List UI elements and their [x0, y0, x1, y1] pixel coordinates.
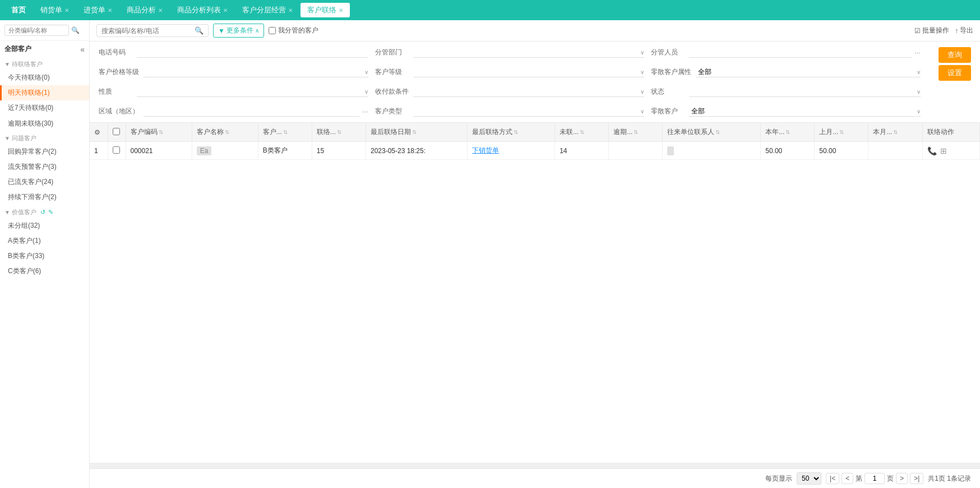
sidebar-item-continuous-decline[interactable]: 持续下滑客户(2) — [0, 190, 89, 205]
col-contact-person[interactable]: 往来单位联系人⇅ — [663, 123, 761, 142]
phone-field: 电话号码 — [99, 47, 368, 58]
nav-sales-order[interactable]: 销货单 ✕ — [34, 3, 76, 17]
retail-attr-field: 零散客户属性 全部 ∨ — [651, 67, 921, 77]
close-product-analysis-list-icon[interactable]: ✕ — [223, 7, 228, 13]
cell-checkbox — [108, 142, 126, 160]
export-button[interactable]: ↑ 导出 — [955, 26, 973, 35]
phone-action-icon[interactable]: 📞 — [927, 146, 937, 155]
per-page-select[interactable]: 50 — [797, 472, 821, 485]
close-product-analysis-icon[interactable]: ✕ — [158, 7, 163, 13]
next-page-button[interactable]: > — [896, 473, 908, 484]
customer-level-select[interactable] — [413, 67, 641, 77]
retail-select[interactable]: 全部 — [689, 106, 917, 116]
prev-page-button[interactable]: < — [842, 473, 853, 484]
nav-purchase-order[interactable]: 进货单 ✕ — [77, 3, 119, 17]
first-page-button[interactable]: |< — [826, 473, 839, 484]
col-last-contact-method[interactable]: 最后联络方式⇅ — [468, 123, 555, 142]
filter-arrow-icon: ∧ — [255, 27, 259, 34]
nav-product-analysis[interactable]: 商品分析 ✕ — [120, 3, 169, 17]
col-actions: 联络动作 — [922, 123, 979, 142]
pending-group-title: ▼ 待联络客户 — [0, 57, 89, 70]
col-customer-code[interactable]: 客户编码⇅ — [126, 123, 192, 142]
query-button[interactable]: 查询 — [939, 47, 971, 63]
dept-select[interactable] — [413, 47, 641, 57]
nav-customer-contact[interactable]: 客户联络 ✕ — [301, 3, 350, 17]
sidebar-item-repurchase-abnormal[interactable]: 回购异常客户(2) — [0, 144, 89, 159]
collapse-icon[interactable]: « — [80, 45, 85, 54]
col-settings: ⚙ — [90, 123, 108, 142]
page-input[interactable] — [865, 473, 885, 484]
retail-select-wrap: 全部 ∨ — [689, 106, 921, 117]
sidebar-item-class-b[interactable]: B类客户(33) — [0, 248, 89, 264]
sidebar-item-tomorrow[interactable]: 明天待联络(1) — [0, 85, 89, 100]
payment-select-wrap: ∨ — [413, 86, 645, 97]
person-dots-icon[interactable]: ··· — [914, 48, 921, 57]
cell-last-method: 下销货单 — [468, 142, 555, 160]
select-all-checkbox[interactable] — [113, 128, 120, 135]
close-customer-stratification-icon[interactable]: ✕ — [288, 7, 293, 13]
col-overdue[interactable]: 逾期...⇅ — [609, 123, 663, 142]
customer-type-chevron-icon: ∨ — [640, 108, 644, 114]
close-purchase-order-icon[interactable]: ✕ — [108, 7, 112, 13]
all-customers-header[interactable]: 全部客户 « — [0, 41, 89, 57]
dept-select-wrap: ∨ — [413, 47, 645, 58]
main-search-input[interactable] — [101, 27, 195, 35]
col-last-month[interactable]: 上月...⇅ — [815, 123, 868, 142]
customer-type-select-wrap: ∨ — [413, 106, 645, 117]
cell-overdue — [609, 142, 663, 160]
my-customers-checkbox-label[interactable]: 我分管的客户 — [269, 26, 318, 35]
more-filter-button[interactable]: ▼ 更多条件 ∧ — [213, 24, 264, 38]
set-button[interactable]: 设置 — [939, 65, 971, 81]
customer-level-chevron-icon: ∨ — [640, 69, 644, 75]
person-field: 分管人员 ··· — [651, 47, 921, 58]
sidebar-search-icon[interactable]: 🔍 — [71, 26, 80, 34]
sidebar-search-input[interactable] — [4, 25, 69, 36]
sidebar-item-ungrouped[interactable]: 未分组(32) — [0, 218, 89, 233]
nav-product-analysis-list[interactable]: 商品分析列表 ✕ — [170, 3, 234, 17]
edit-icon[interactable]: ✎ — [48, 209, 53, 216]
batch-operation-button[interactable]: ☑ 批量操作 — [914, 26, 949, 35]
phone-input[interactable] — [137, 47, 368, 58]
col-customer-type[interactable]: 客户...⇅ — [258, 123, 312, 142]
payment-select[interactable] — [413, 86, 641, 96]
region-input[interactable] — [144, 106, 360, 117]
col-not-contacted[interactable]: 未联...⇅ — [555, 123, 609, 142]
row-checkbox[interactable] — [113, 146, 120, 154]
sidebar-search-area: 🔍 — [0, 20, 89, 41]
grid-action-icon[interactable]: ⊞ — [940, 146, 947, 155]
refresh-icon[interactable]: ↺ — [40, 209, 45, 216]
horizontal-scrollbar[interactable] — [90, 463, 980, 468]
col-this-year[interactable]: 本年...⇅ — [761, 123, 815, 142]
last-page-button[interactable]: >| — [910, 473, 923, 484]
sidebar-item-class-a[interactable]: A类客户(1) — [0, 233, 89, 248]
close-sales-order-icon[interactable]: ✕ — [64, 7, 69, 13]
col-contacts[interactable]: 联络...⇅ — [312, 123, 366, 142]
price-level-select[interactable] — [144, 67, 364, 77]
main-search-icon[interactable]: 🔍 — [195, 26, 204, 35]
status-select-wrap: ∨ — [689, 86, 921, 97]
sidebar-item-overdue[interactable]: 逾期未联络(30) — [0, 116, 89, 131]
col-customer-name[interactable]: 客户名称⇅ — [192, 123, 258, 142]
person-input[interactable] — [689, 47, 912, 58]
col-last-contact-date[interactable]: 最后联络日期⇅ — [366, 123, 467, 142]
my-customers-checkbox[interactable] — [269, 27, 276, 34]
sidebar-item-churned[interactable]: 已流失客户(24) — [0, 174, 89, 190]
sidebar-item-7days[interactable]: 近7天待联络(0) — [0, 100, 89, 116]
value-arrow-icon: ▼ — [4, 209, 10, 215]
gender-select[interactable] — [137, 86, 364, 96]
col-this-month[interactable]: 本月...⇅ — [868, 123, 922, 142]
nav-home[interactable]: 首页 — [4, 3, 33, 17]
settings-icon[interactable]: ⚙ — [94, 128, 100, 136]
customer-type-select[interactable] — [413, 106, 641, 116]
sidebar-item-today[interactable]: 今天待联络(0) — [0, 70, 89, 85]
top-navigation: 首页 销货单 ✕ 进货单 ✕ 商品分析 ✕ 商品分析列表 ✕ 客户分层经营 ✕ … — [0, 0, 980, 20]
region-dots-icon[interactable]: ··· — [362, 107, 368, 116]
sidebar-item-class-c[interactable]: C类客户(6) — [0, 264, 89, 279]
last-method-link[interactable]: 下销货单 — [472, 146, 499, 154]
sidebar-item-churn-warning[interactable]: 流失预警客户(3) — [0, 159, 89, 174]
customer-table: ⚙ 客户编码⇅ 客户名称⇅ 客户...⇅ 联络...⇅ 最后联络日期⇅ 最后联络… — [90, 123, 980, 160]
close-customer-contact-icon[interactable]: ✕ — [339, 7, 343, 13]
nav-customer-stratification[interactable]: 客户分层经营 ✕ — [235, 3, 299, 17]
status-select[interactable] — [689, 86, 917, 96]
retail-attr-select[interactable]: 全部 — [696, 67, 917, 77]
